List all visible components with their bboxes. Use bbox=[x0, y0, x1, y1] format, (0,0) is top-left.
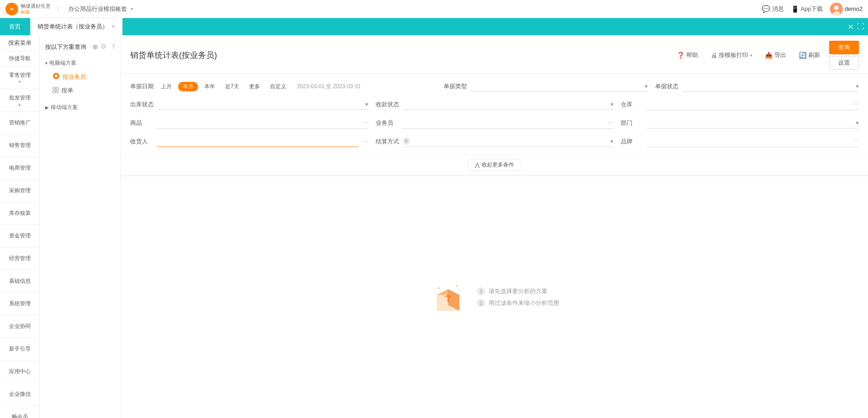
sidebar-item-wechat[interactable]: 企业微信 bbox=[0, 383, 39, 406]
sidebar-item-wholesale[interactable]: 批发管理 ▴ bbox=[0, 89, 39, 112]
refresh-btn[interactable]: 🔄 刷新 bbox=[795, 49, 824, 61]
date-label: 单据日期 bbox=[130, 82, 154, 90]
scheme-salesperson[interactable]: 按业务员 bbox=[40, 70, 121, 84]
filter-date: 单据日期 上月 本月 本年 近7天 更多 自定义 2023-03-01 至 20… bbox=[130, 82, 436, 91]
tab-home[interactable]: 首页 bbox=[0, 18, 30, 35]
sidebar-item-ecommerce[interactable]: 电商管理 bbox=[0, 157, 39, 180]
doc-status-select[interactable]: ▾ bbox=[682, 81, 859, 92]
tip-num-2: 2 bbox=[477, 299, 485, 307]
collapse-panel-icon[interactable]: 《 bbox=[109, 43, 115, 51]
desktop-section: ▾ 电脑端方案 按业务员 bbox=[40, 55, 121, 99]
help-btn[interactable]: ❓ 帮助 bbox=[673, 49, 702, 61]
help-icon: ❓ bbox=[677, 52, 684, 59]
chevron-down-icon: ▾ bbox=[856, 119, 859, 126]
export-btn[interactable]: 📤 导出 bbox=[761, 49, 790, 61]
refresh-icon: 🔄 bbox=[799, 52, 807, 59]
page-title: 销货单统计表(按业务员) bbox=[130, 50, 217, 61]
filter-receipt-status: 收款状态 ▾ bbox=[376, 99, 614, 110]
svg-rect-9 bbox=[56, 90, 58, 93]
collapse-btn[interactable]: ⋀ 收起更多条件 bbox=[467, 159, 522, 171]
print-btn[interactable]: 🖨 按模板打印 ▾ bbox=[707, 49, 756, 61]
chevron-up-icon: ⋀ bbox=[475, 162, 480, 168]
warehouse-select-dots[interactable]: ··· bbox=[853, 100, 859, 108]
consignee-input[interactable] bbox=[156, 136, 359, 147]
sidebar-item-purchase[interactable]: 采购管理 bbox=[0, 180, 39, 202]
filter-area: 单据日期 上月 本月 本年 近7天 更多 自定义 2023-03-01 至 20… bbox=[121, 74, 868, 155]
breadcrumb[interactable]: 办公用品行业模拟账套 ▾ bbox=[68, 5, 133, 13]
date-btn-7days[interactable]: 近7天 bbox=[222, 82, 243, 91]
date-btn-custom[interactable]: 自定义 bbox=[266, 82, 290, 91]
add-scheme-icon[interactable]: ⊕ bbox=[92, 43, 98, 51]
goods-select-dots[interactable]: ··· bbox=[362, 119, 368, 127]
payment-select[interactable]: × ▾ bbox=[403, 136, 614, 147]
date-btn-this-month[interactable]: 本月 bbox=[178, 82, 198, 91]
settings-button[interactable]: 设置 bbox=[829, 56, 859, 70]
dept-label: 部门 bbox=[621, 119, 643, 127]
consignee-dots[interactable]: ··· bbox=[362, 138, 368, 146]
svg-point-2 bbox=[834, 5, 839, 10]
brand-select-dots[interactable]: ··· bbox=[853, 137, 859, 145]
sidebar-item-finance[interactable]: 资金管理 bbox=[0, 225, 39, 247]
chevron-down-icon: ▾ bbox=[610, 101, 613, 108]
dept-select[interactable]: ▾ bbox=[647, 118, 859, 128]
sidebar-item-quick-nav[interactable]: 快捷导航 bbox=[0, 51, 39, 66]
date-range-text: 2023-03-01 至 2023-03-31 bbox=[297, 83, 361, 90]
mobile-section-title[interactable]: ▶ 移动端方案 bbox=[40, 101, 121, 114]
tab-maximize-btn[interactable]: ⛶ bbox=[857, 23, 864, 31]
empty-state: 1 请先选择要分析的方案 2 用过滤条件来缩小分析范围 bbox=[121, 176, 868, 418]
sidebar-item-collab[interactable]: 企业协同 bbox=[0, 315, 39, 338]
message-btn[interactable]: 💬 消息 bbox=[762, 5, 784, 13]
salesperson-select-dots[interactable]: ··· bbox=[608, 119, 613, 127]
receipt-status-select[interactable]: ▾ bbox=[403, 99, 614, 110]
sidebar-item-guide[interactable]: 新手引导 bbox=[0, 338, 39, 361]
user-area[interactable]: demo2 bbox=[830, 3, 863, 15]
left-panel: 按以下方案查询 ⊕ ⊙ 《 ▾ 电脑端方案 按业务员 bbox=[40, 35, 121, 418]
filter-payment: 结算方式 × ▾ bbox=[376, 136, 614, 147]
sidebar-item-search-menu[interactable]: 搜索菜单 bbox=[0, 35, 39, 51]
tab-active[interactable]: 销货单统计表（按业务员） × bbox=[30, 18, 123, 35]
date-btn-more[interactable]: 更多 bbox=[245, 82, 264, 91]
main-layout: 搜索菜单 快捷导航 零售管理 ▾ 批发管理 ▴ 营销推广 销售管理 电商管理 采… bbox=[0, 35, 868, 418]
receipt-status-label: 收款状态 bbox=[376, 100, 399, 109]
tab-close-btn[interactable]: × bbox=[112, 24, 115, 30]
doc-status-label: 单据状态 bbox=[655, 82, 679, 90]
svg-rect-8 bbox=[53, 90, 55, 93]
chevron-down-icon: ▾ bbox=[45, 61, 47, 66]
app-download-btn[interactable]: 📱 App下载 bbox=[791, 5, 823, 13]
sidebar-item-sales[interactable]: 销售管理 bbox=[0, 134, 39, 157]
svg-rect-6 bbox=[53, 87, 55, 90]
query-button[interactable]: 查询 bbox=[829, 41, 859, 54]
doc-type-label: 单据类型 bbox=[443, 82, 467, 90]
logo-text: 畅捷通好生意 标版 bbox=[21, 3, 51, 15]
date-btn-this-year[interactable]: 本年 bbox=[201, 82, 219, 91]
sidebar-item-marketing[interactable]: 营销推广 bbox=[0, 112, 39, 134]
filter-row-4: 收货人 ··· 结算方式 × ▾ 品牌 ··· bbox=[130, 135, 859, 147]
payment-clear-btn[interactable]: × bbox=[403, 138, 410, 145]
filter-consignee: 收货人 ··· bbox=[130, 136, 368, 147]
filter-salesperson: 业务员 ··· bbox=[376, 117, 614, 129]
sidebar-item-system[interactable]: 系统管理 bbox=[0, 293, 39, 315]
goods-label: 商品 bbox=[130, 119, 153, 127]
desktop-section-title[interactable]: ▾ 电脑端方案 bbox=[40, 57, 121, 70]
chevron-down-icon: ▾ bbox=[645, 83, 648, 90]
doc-type-select[interactable]: ▾ bbox=[471, 81, 647, 92]
tab-minimize-btn[interactable]: ✕ bbox=[848, 23, 854, 31]
salesperson-label: 业务员 bbox=[376, 119, 398, 127]
filter-row-3: 商品 ··· 业务员 ··· 部门 ▾ bbox=[130, 117, 859, 129]
sidebar-item-basic[interactable]: 基础信息 bbox=[0, 270, 39, 293]
empty-tip-1: 1 请先选择要分析的方案 bbox=[477, 287, 559, 295]
settings-scheme-icon[interactable]: ⊙ bbox=[101, 43, 106, 51]
date-btn-last-month[interactable]: 上月 bbox=[157, 82, 175, 91]
sidebar-item-members[interactable]: 畅会员 bbox=[0, 406, 39, 418]
sidebar-item-inventory[interactable]: 库存核算 bbox=[0, 202, 39, 225]
orange-circle-icon bbox=[52, 72, 60, 81]
warehouse-label: 仓库 bbox=[621, 100, 643, 109]
top-bar: 畅捷通好生意 标版 | 办公用品行业模拟账套 ▾ 💬 消息 📱 App下载 bbox=[0, 0, 868, 18]
left-panel-title: 按以下方案查询 bbox=[45, 43, 86, 51]
out-status-select[interactable]: ▾ bbox=[157, 99, 368, 110]
brand-label: 品牌 bbox=[621, 138, 643, 146]
sidebar-item-apps[interactable]: 应用中心 bbox=[0, 361, 39, 383]
scheme-by-order[interactable]: 按单 bbox=[40, 84, 121, 97]
sidebar-item-retail[interactable]: 零售管理 ▾ bbox=[0, 66, 39, 89]
sidebar-item-operations[interactable]: 经营管理 bbox=[0, 247, 39, 270]
